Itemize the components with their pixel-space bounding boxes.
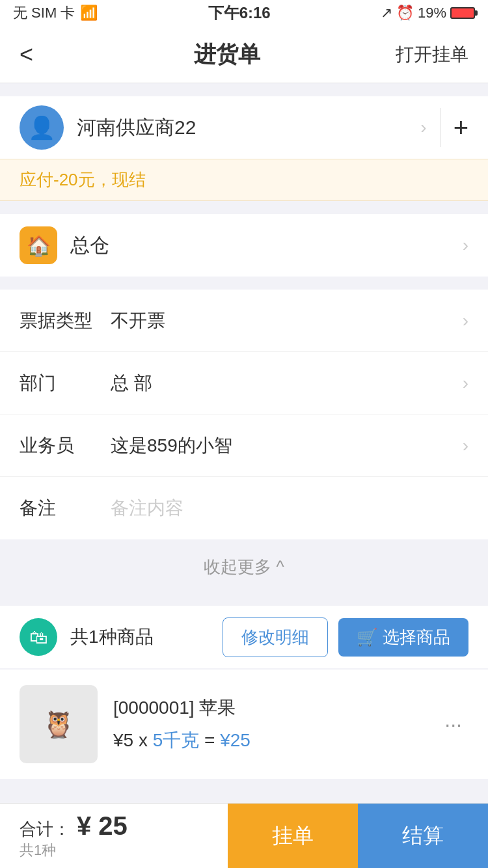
- carrier-text: 无 SIM 卡: [13, 3, 75, 23]
- suspend-label: 挂单: [272, 822, 314, 850]
- supplier-section: 👤 河南供应商22 › +: [0, 96, 488, 159]
- location-icon: ↗: [381, 5, 392, 21]
- warehouse-icon-glyph: 🏠: [27, 234, 51, 257]
- products-icon-glyph: 🛍: [29, 627, 47, 648]
- warehouse-chevron-icon: ›: [463, 235, 468, 256]
- product-unit-price: ¥5: [113, 730, 133, 750]
- footer-total: 合计： ¥ 25 共1种: [0, 811, 228, 860]
- total-amount: ¥ 25: [77, 811, 128, 841]
- department-label: 部门: [20, 371, 104, 396]
- product-thumbnail-icon: 🦉: [42, 709, 75, 740]
- footer: 合计： ¥ 25 共1种 挂单 结算: [0, 803, 488, 868]
- product-total: ¥25: [220, 730, 251, 750]
- product-equals: =: [204, 730, 220, 750]
- collapse-label: 收起更多 ^: [204, 556, 284, 578]
- ticket-type-value: 不开票: [104, 308, 463, 333]
- salesperson-value: 这是859的小智: [104, 433, 463, 458]
- checkout-button[interactable]: 结算: [358, 804, 488, 869]
- select-product-label: 选择商品: [383, 626, 450, 649]
- add-supplier-button[interactable]: +: [454, 113, 468, 142]
- status-bar-right: ↗ ⏰ 19%: [381, 5, 475, 21]
- back-button[interactable]: <: [20, 41, 59, 68]
- ticket-type-chevron: ›: [463, 310, 468, 331]
- ticket-type-label: 票据类型: [20, 308, 104, 333]
- warehouse-name: 总仓: [70, 232, 463, 259]
- collapse-row[interactable]: 收起更多 ^: [0, 541, 488, 593]
- products-icon: 🛍: [20, 618, 57, 656]
- page-title: 进货单: [194, 40, 260, 70]
- status-time: 下午6:16: [208, 3, 271, 23]
- salesperson-chevron: ›: [463, 435, 468, 456]
- department-row[interactable]: 部门 总 部 ›: [0, 352, 488, 414]
- notice-text: 应付-20元，现结: [20, 170, 146, 189]
- wifi-icon: 📶: [80, 5, 98, 21]
- remark-row[interactable]: 备注 备注内容: [0, 477, 488, 539]
- notice-bar: 应付-20元，现结: [0, 159, 488, 201]
- footer-total-row: 合计： ¥ 25: [20, 811, 208, 841]
- warehouse-row[interactable]: 🏠 总仓 ›: [0, 214, 488, 277]
- total-sub: 共1种: [20, 841, 208, 860]
- product-price: ¥5 x 5千克 = ¥25: [113, 728, 438, 753]
- edit-details-button[interactable]: 修改明细: [223, 617, 328, 657]
- nav-bar: < 进货单 打开挂单: [0, 26, 488, 83]
- supplier-name[interactable]: 河南供应商22: [77, 115, 420, 141]
- salesperson-row[interactable]: 业务员 这是859的小智 ›: [0, 414, 488, 477]
- products-count: 共1种商品: [70, 625, 223, 649]
- battery-icon: [450, 7, 475, 19]
- department-chevron: ›: [463, 373, 468, 394]
- remark-label: 备注: [20, 496, 104, 521]
- product-info: [0000001] 苹果 ¥5 x 5千克 = ¥25: [113, 696, 438, 753]
- salesperson-label: 业务员: [20, 433, 104, 458]
- select-product-icon: 🛒: [357, 627, 377, 647]
- product-thumbnail: 🦉: [20, 685, 98, 763]
- supplier-chevron-icon: ›: [420, 117, 426, 138]
- battery-percent: 19%: [418, 5, 446, 21]
- product-more-button[interactable]: ···: [438, 706, 468, 743]
- supplier-avatar: 👤: [20, 105, 64, 150]
- status-bar-left: 无 SIM 卡 📶: [13, 3, 98, 23]
- avatar-icon: 👤: [28, 115, 55, 141]
- department-value: 总 部: [104, 371, 463, 396]
- warehouse-icon: 🏠: [20, 226, 57, 264]
- product-quantity: 5千克: [153, 730, 200, 750]
- remark-value[interactable]: 备注内容: [104, 496, 468, 521]
- divider: [440, 108, 441, 147]
- ticket-type-row[interactable]: 票据类型 不开票 ›: [0, 290, 488, 352]
- select-product-button[interactable]: 🛒 选择商品: [338, 618, 468, 657]
- products-header: 🛍 共1种商品 修改明细 🛒 选择商品: [0, 606, 488, 668]
- suspend-button[interactable]: 挂单: [228, 804, 358, 869]
- total-label: 合计：: [20, 818, 70, 841]
- form-section: 票据类型 不开票 › 部门 总 部 › 业务员 这是859的小智 › 备注 备注…: [0, 290, 488, 539]
- product-item: 🦉 [0000001] 苹果 ¥5 x 5千克 = ¥25 ···: [0, 670, 488, 779]
- checkout-label: 结算: [402, 822, 444, 850]
- alarm-icon: ⏰: [396, 5, 414, 21]
- product-name: [0000001] 苹果: [113, 696, 438, 720]
- open-pending-button[interactable]: 打开挂单: [396, 42, 468, 67]
- status-bar: 无 SIM 卡 📶 下午6:16 ↗ ⏰ 19%: [0, 0, 488, 26]
- product-multiply: x: [139, 730, 153, 750]
